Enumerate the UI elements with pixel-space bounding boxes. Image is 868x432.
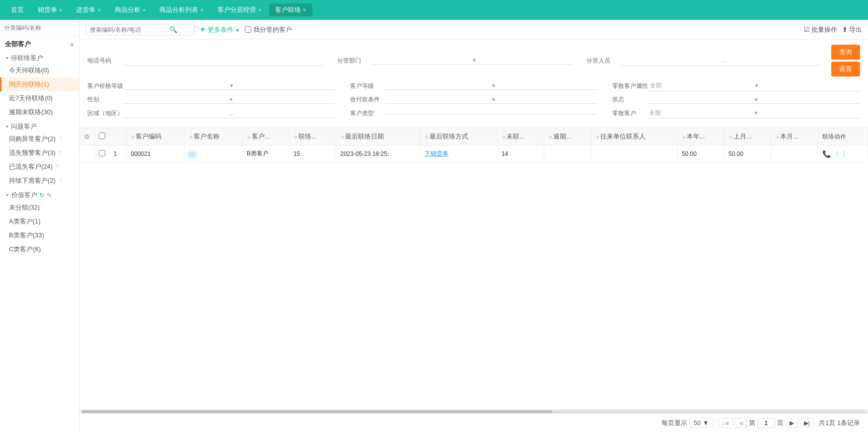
filter-row-4: 区域（地区） ... 客户类型 零散客户 <box>87 108 860 119</box>
th-unit-contact[interactable]: 往来单位联系人 <box>591 128 677 145</box>
scrollbar-thumb[interactable] <box>81 410 552 413</box>
sidebar-item-declining[interactable]: 持续下滑客户(2) ? <box>0 174 79 188</box>
sidebar-item-churned[interactable]: 已流失客户(24) ? <box>0 160 79 174</box>
filter-gender-select[interactable]: ▼ <box>122 96 335 104</box>
sort-contact[interactable]: 联络... <box>293 132 317 141</box>
page-first-btn[interactable]: |◀ <box>719 418 732 428</box>
more-action-icon[interactable]: ⋮⋮ <box>834 150 848 158</box>
nav-goods-analysis[interactable]: 商品分析 × <box>109 3 151 16</box>
my-customer-check[interactable]: 我分管的客户 <box>245 25 292 34</box>
row-checkbox[interactable] <box>99 150 105 156</box>
th-name[interactable]: 客户名称 <box>185 128 243 145</box>
nav-customer-tier[interactable]: 客户分层经营 × <box>212 3 267 16</box>
refresh-icon[interactable]: ↻ <box>39 192 45 199</box>
filter-phone-input[interactable] <box>122 56 322 66</box>
sidebar-all-customers[interactable]: 全部客户 « <box>0 36 79 51</box>
th-last-date[interactable]: 最后联络日期 <box>336 128 421 145</box>
th-code[interactable]: 客户编码 <box>127 128 185 145</box>
sort-unit-contact[interactable]: 往来单位联系人 <box>595 132 646 141</box>
gear-icon[interactable]: ⚙ <box>84 133 90 141</box>
edit-icon[interactable]: ✎ <box>47 192 52 199</box>
filter-customer-type-select[interactable] <box>385 112 598 115</box>
sidebar-item-7days[interactable]: 近7天待联络(0) <box>0 91 79 105</box>
sidebar-item-a-class[interactable]: A类客户(1) <box>0 215 79 228</box>
sidebar-item-churn-warning[interactable]: 流失预警客户(3) ? <box>0 146 79 160</box>
td-last-way[interactable]: 下销货单 <box>421 145 498 162</box>
filter-manager-select[interactable]: ... <box>621 56 821 66</box>
sort-last-date[interactable]: 最后联络日期 <box>340 132 384 141</box>
batch-btn[interactable]: ☑ 批量操作 <box>804 25 837 34</box>
search-icon[interactable]: 🔍 <box>169 26 177 33</box>
filter-more-btn[interactable]: ▼ 更多条件 ▲ <box>200 25 240 34</box>
nav-goods-analysis-list[interactable]: 商品分析列表 × <box>153 3 209 16</box>
contact-action-icon[interactable]: 📞 <box>822 150 831 158</box>
th-contact[interactable]: 联络... <box>289 128 336 145</box>
nav-customer-contact[interactable]: 客户联络 × <box>269 3 312 16</box>
filter-area-select[interactable]: ... <box>123 109 335 118</box>
help-icon[interactable]: ? <box>59 150 62 156</box>
close-icon[interactable]: × <box>258 7 261 13</box>
help-icon[interactable]: ? <box>56 164 59 170</box>
sidebar-item-tomorrow[interactable]: 明天待联络(1) <box>0 77 79 91</box>
help-icon[interactable]: ? <box>59 136 62 142</box>
th-uncontact[interactable]: 未联... <box>498 128 544 145</box>
filter-retail-customer-select[interactable]: 全部 ▼ <box>647 108 860 119</box>
th-last-month[interactable]: 上月... <box>724 128 771 145</box>
select-all-checkbox[interactable] <box>99 133 105 139</box>
th-this-year[interactable]: 本年... <box>677 128 724 145</box>
td-name[interactable]: Ea <box>185 145 243 162</box>
close-icon[interactable]: × <box>59 7 62 13</box>
filter-status-select[interactable]: ▼ <box>647 96 860 104</box>
filter-payment-select[interactable]: ▼ <box>385 96 598 104</box>
page-prev-btn[interactable]: ◀ <box>734 418 747 428</box>
sort-uncontact[interactable]: 未联... <box>502 132 525 141</box>
collapse-icon[interactable]: « <box>70 40 74 48</box>
sort-code[interactable]: 客户编码 <box>131 132 161 141</box>
filter-retail-attr-select[interactable]: 全部 ▼ <box>648 80 860 91</box>
sort-name[interactable]: 客户名称 <box>189 132 219 141</box>
nav-purchase[interactable]: 进货单 × <box>70 3 106 16</box>
sidebar-item-overdue[interactable]: 逾期未联络(30) <box>0 105 79 119</box>
dots-icon[interactable]: ... <box>720 57 819 64</box>
sort-last-way[interactable]: 最后联络方式 <box>425 132 468 141</box>
horizontal-scrollbar[interactable] <box>79 409 868 413</box>
nav-home[interactable]: 首页 <box>5 3 30 16</box>
sort-type[interactable]: 客户... <box>247 132 270 141</box>
sidebar-item-repurchase-abnormal[interactable]: 回购异常客户(2) ? <box>0 132 79 146</box>
sort-last-month[interactable]: 上月... <box>728 132 752 141</box>
th-this-month[interactable]: 本月... <box>771 128 818 145</box>
sort-overdue[interactable]: 逾期... <box>548 132 572 141</box>
close-icon[interactable]: × <box>143 7 145 13</box>
filter-level-select[interactable]: ▼ <box>123 82 335 90</box>
help-icon[interactable]: ? <box>59 178 62 184</box>
close-icon[interactable]: × <box>97 7 100 13</box>
page-size-dropdown[interactable]: 50 ▼ <box>689 418 714 428</box>
search-input-wrap[interactable]: 🔍 <box>85 24 195 35</box>
nav-sales[interactable]: 销货单 × <box>32 3 68 16</box>
query-button[interactable]: 查询 <box>831 45 860 60</box>
close-icon[interactable]: × <box>200 7 203 13</box>
page-next-btn[interactable]: ▶ <box>786 418 798 428</box>
close-icon[interactable]: × <box>303 7 306 13</box>
sort-this-year[interactable]: 本年... <box>682 132 705 141</box>
filter-grade-select[interactable]: ▼ <box>385 82 598 90</box>
sidebar-item-c-class[interactable]: C类客户(6) <box>0 242 79 256</box>
filter-dept-select[interactable]: ▼ <box>372 57 572 65</box>
sidebar-item-b-class[interactable]: B类客户(33) <box>0 228 79 242</box>
sort-this-month[interactable]: 本月... <box>775 132 798 141</box>
my-customer-checkbox[interactable] <box>245 26 251 33</box>
th-overdue[interactable]: 逾期... <box>544 128 591 145</box>
page-input[interactable] <box>757 418 775 428</box>
export-btn[interactable]: ⬆ 导出 <box>842 25 862 34</box>
dots-icon[interactable]: ... <box>227 110 333 117</box>
sidebar-item-ungrouped[interactable]: 未分组(32) <box>0 201 79 215</box>
th-last-way[interactable]: 最后联络方式 <box>421 128 498 145</box>
search-input[interactable] <box>90 26 169 33</box>
set-button[interactable]: 设置 <box>831 62 860 76</box>
scrollbar-track[interactable] <box>81 410 866 413</box>
th-type[interactable]: 客户... <box>242 128 289 145</box>
page-last-btn[interactable]: ▶| <box>800 418 814 428</box>
sidebar-search-input[interactable] <box>4 24 78 31</box>
td-unit-contact <box>591 145 677 162</box>
sidebar-item-today[interactable]: 今天待联络(0) <box>0 64 79 77</box>
